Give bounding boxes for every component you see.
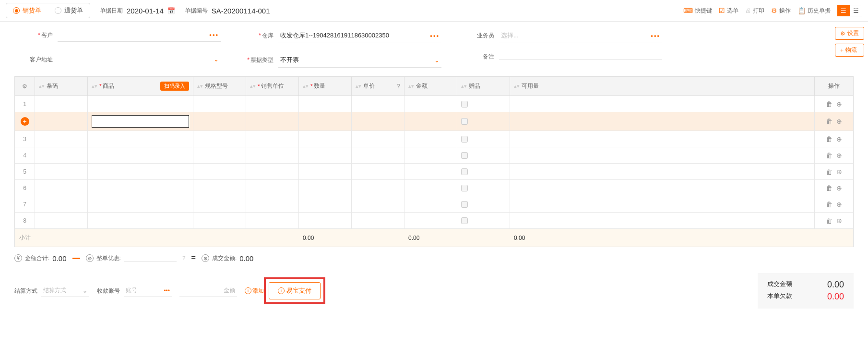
col-amount[interactable]: ▴▾金额 [404, 77, 457, 95]
amount-cell[interactable] [404, 180, 457, 196]
checkbox-icon[interactable] [461, 201, 468, 208]
more-icon[interactable]: ••• [651, 32, 660, 39]
spec-cell[interactable] [193, 196, 246, 212]
barcode-cell[interactable] [35, 112, 88, 131]
table-row[interactable]: 3🗑⊕ [15, 131, 853, 147]
more-icon[interactable]: ••• [164, 287, 170, 294]
copy-icon[interactable]: ⊕ [836, 168, 842, 176]
product-cell[interactable] [88, 180, 193, 196]
unit-cell[interactable] [246, 96, 299, 112]
address-input[interactable]: ⌄ [58, 53, 221, 66]
delete-icon[interactable]: 🗑 [826, 100, 832, 108]
settings-button[interactable]: ⚙设置 [835, 27, 864, 40]
gift-cell[interactable] [457, 131, 510, 147]
discount-input[interactable] [124, 254, 177, 262]
spec-cell[interactable] [193, 213, 246, 228]
qty-cell[interactable] [299, 213, 352, 228]
amount-cell[interactable] [404, 131, 457, 147]
gift-cell[interactable] [457, 112, 510, 131]
amount-cell[interactable] [404, 196, 457, 212]
remark-input[interactable] [499, 54, 662, 60]
unit-cell[interactable] [246, 112, 299, 131]
table-row[interactable]: 7🗑⊕ [15, 196, 853, 213]
spec-cell[interactable] [193, 164, 246, 179]
barcode-cell[interactable] [35, 213, 88, 228]
col-available[interactable]: ▴▾可用量 [510, 77, 815, 95]
price-cell[interactable] [352, 180, 404, 196]
amount-cell[interactable] [404, 96, 457, 112]
price-cell[interactable] [352, 112, 404, 131]
col-product[interactable]: ▴▾*商品扫码录入 [88, 77, 193, 95]
copy-icon[interactable]: ⊕ [836, 100, 842, 108]
price-cell[interactable] [352, 164, 404, 179]
price-cell[interactable] [352, 96, 404, 112]
qty-cell[interactable] [299, 180, 352, 196]
spec-cell[interactable] [193, 180, 246, 196]
gift-cell[interactable] [457, 213, 510, 228]
barcode-cell[interactable] [35, 131, 88, 147]
gear-icon[interactable]: ⚙ [22, 83, 27, 90]
salesman-input[interactable]: 选择...••• [499, 28, 662, 43]
copy-icon[interactable]: ⊕ [836, 135, 842, 143]
spec-cell[interactable] [193, 112, 246, 131]
col-qty[interactable]: ▴▾*数量 [299, 77, 352, 95]
col-unit[interactable]: ▴▾*销售单位 [246, 77, 299, 95]
product-cell[interactable] [88, 112, 193, 131]
barcode-cell[interactable] [35, 96, 88, 112]
add-payment-button[interactable]: +添加 [245, 287, 264, 295]
barcode-cell[interactable] [35, 180, 88, 196]
gift-cell[interactable] [457, 196, 510, 212]
copy-icon[interactable]: ⊕ [836, 217, 842, 225]
gift-cell[interactable] [457, 164, 510, 179]
product-cell[interactable] [88, 213, 193, 228]
payment-amount-input[interactable]: 金额 [179, 285, 237, 297]
delete-icon[interactable]: 🗑 [826, 201, 832, 208]
spec-cell[interactable] [193, 96, 246, 112]
add-row-icon[interactable]: + [21, 117, 29, 126]
help-icon[interactable]: ? [182, 255, 186, 262]
table-row[interactable]: 4🗑⊕ [15, 147, 853, 164]
print-button[interactable]: 🖨打印 [745, 7, 764, 15]
payment-method-input[interactable]: 结算方式⌄ [41, 285, 89, 297]
date-value[interactable]: 2020-01-14 [127, 7, 164, 15]
barcode-cell[interactable] [35, 147, 88, 163]
unit-cell[interactable] [246, 180, 299, 196]
chevron-down-icon[interactable]: ⌄ [214, 56, 219, 63]
unit-cell[interactable] [246, 213, 299, 228]
tab-returns-order[interactable]: 退货单 [48, 3, 90, 18]
unit-cell[interactable] [246, 131, 299, 147]
shortcut-button[interactable]: ⌨快捷键 [683, 7, 712, 15]
delete-icon[interactable]: 🗑 [826, 168, 832, 176]
view-list-button[interactable]: ☱ [850, 5, 862, 16]
help-icon[interactable]: ? [397, 83, 400, 90]
warehouse-input[interactable]: 收发仓库1--1904281619118630002350••• [278, 28, 441, 43]
qty-cell[interactable] [299, 131, 352, 147]
price-cell[interactable] [352, 147, 404, 163]
checkbox-icon[interactable] [461, 118, 468, 125]
table-row[interactable]: +🗑⊕ [15, 112, 853, 131]
delete-icon[interactable]: 🗑 [826, 152, 832, 159]
tab-sales-order[interactable]: 销货单 [6, 3, 48, 18]
qty-cell[interactable] [299, 164, 352, 179]
table-row[interactable]: 6🗑⊕ [15, 180, 853, 196]
copy-icon[interactable]: ⊕ [836, 201, 842, 208]
logistics-button[interactable]: +物流 [835, 44, 864, 57]
unit-cell[interactable] [246, 164, 299, 179]
chevron-down-icon[interactable]: ⌄ [434, 57, 440, 64]
table-row[interactable]: 1🗑⊕ [15, 96, 853, 112]
more-icon[interactable]: ••• [209, 31, 219, 38]
delete-icon[interactable]: 🗑 [826, 184, 832, 192]
qty-cell[interactable] [299, 147, 352, 163]
barcode-cell[interactable] [35, 164, 88, 179]
amount-cell[interactable] [404, 112, 457, 131]
copy-icon[interactable]: ⊕ [836, 184, 842, 192]
barcode-cell[interactable] [35, 196, 88, 212]
chevron-down-icon[interactable]: ⌄ [83, 287, 87, 294]
select-order-button[interactable]: ☑选单 [719, 7, 738, 15]
operate-button[interactable]: ⚙操作 [771, 7, 791, 15]
col-barcode[interactable]: ▴▾条码 [35, 77, 88, 95]
amount-cell[interactable] [404, 213, 457, 228]
spec-cell[interactable] [193, 147, 246, 163]
col-gift[interactable]: ▴▾赠品 [457, 77, 510, 95]
delete-icon[interactable]: 🗑 [826, 118, 832, 125]
